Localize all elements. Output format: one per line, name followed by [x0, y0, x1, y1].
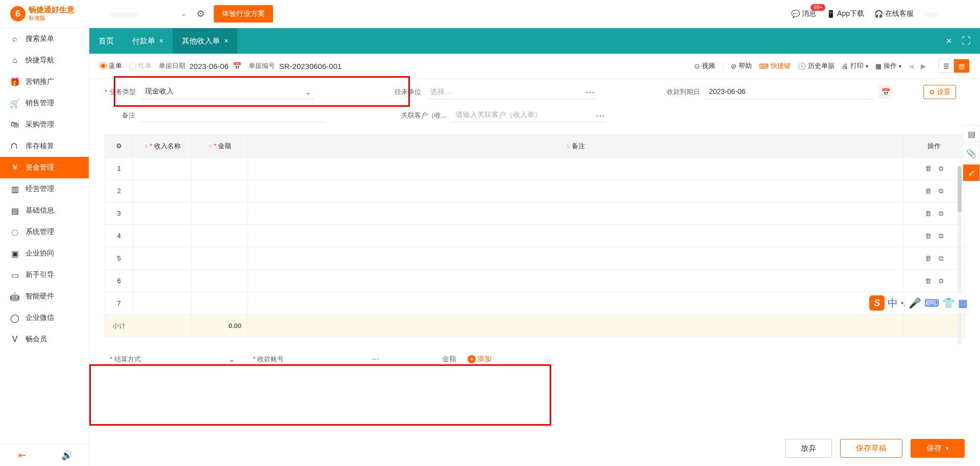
shortcut-button[interactable]: ⌨快捷键: [759, 61, 791, 71]
sidebar-collapse-button[interactable]: ⇤: [0, 445, 44, 466]
amount-input[interactable]: [393, 353, 459, 365]
print-button[interactable]: 🖨打印▾: [842, 61, 868, 71]
org-dropdown[interactable]: ———— ⌄: [110, 10, 186, 18]
col-amount[interactable]: ⇅金额: [192, 135, 248, 157]
sidebar-item-purchase[interactable]: 🛍采购管理: [0, 114, 89, 135]
ime-punct-icon[interactable]: •,: [901, 299, 905, 307]
history-button[interactable]: 🕓历史单据: [798, 61, 835, 71]
copy-icon[interactable]: ⧉: [939, 277, 943, 285]
sidebar-item-inventory[interactable]: ⛫库存核算: [0, 135, 89, 157]
messages-link[interactable]: 💬 消息 99+: [791, 9, 816, 18]
table-row[interactable]: 4 🗑 ⧉: [105, 225, 965, 247]
experience-plan-button[interactable]: 体验行业方案: [214, 5, 273, 22]
save-button[interactable]: 保存▾: [911, 439, 965, 458]
ime-skin-icon[interactable]: 👕: [942, 297, 955, 309]
sidebar-item-guide[interactable]: ▭新手引导: [0, 264, 89, 286]
setting-button[interactable]: ⚙设置: [923, 85, 956, 99]
copy-icon[interactable]: ⧉: [939, 209, 943, 218]
close-icon[interactable]: ×: [159, 37, 163, 45]
side-expand-button[interactable]: ⤢: [963, 164, 980, 181]
cell-amount[interactable]: [192, 157, 248, 180]
cell-amount[interactable]: [192, 225, 248, 247]
more-icon[interactable]: ⋯: [585, 86, 596, 98]
cell-remark[interactable]: [248, 202, 903, 225]
cell-remark[interactable]: [248, 180, 903, 202]
cell-remark[interactable]: [248, 292, 903, 315]
online-service-link[interactable]: 🎧 在线客服: [874, 9, 914, 18]
party-input[interactable]: [426, 85, 595, 99]
table-row[interactable]: 6 🗑 ⧉: [105, 270, 965, 292]
ime-toolbox-icon[interactable]: ▦: [958, 297, 968, 309]
cell-remark[interactable]: [248, 270, 903, 292]
add-payment-button[interactable]: +添加: [468, 355, 492, 364]
table-row[interactable]: 3 🗑 ⧉: [105, 202, 965, 225]
bill-date-value[interactable]: 2023-06-06: [189, 62, 229, 71]
ime-mic-icon[interactable]: 🎤: [909, 297, 921, 309]
calendar-icon[interactable]: 📅: [878, 85, 893, 99]
form-view-toggle[interactable]: ▤: [954, 59, 969, 73]
cell-amount[interactable]: [192, 247, 248, 270]
save-draft-button[interactable]: 保存草稿: [840, 439, 902, 458]
radio-red-bill[interactable]: 红单: [129, 61, 152, 71]
more-icon[interactable]: ⋯: [596, 110, 606, 121]
next-button[interactable]: ▶: [921, 62, 926, 70]
cell-income-name[interactable]: [133, 157, 192, 180]
table-row[interactable]: 7 🗑 ⧉: [105, 292, 965, 315]
cell-income-name[interactable]: [133, 292, 192, 315]
tabs-fullscreen-button[interactable]: ⛶: [958, 32, 975, 50]
delete-icon[interactable]: 🗑: [925, 187, 932, 195]
video-button[interactable]: ⊙视频: [694, 61, 715, 71]
sidebar-item-quicknav[interactable]: ⌂快捷导航: [0, 50, 89, 71]
tab-payment[interactable]: 付款单×: [123, 28, 173, 54]
help-button[interactable]: ⊘帮助: [731, 61, 752, 71]
copy-icon[interactable]: ⧉: [939, 187, 943, 195]
sidebar-item-sales[interactable]: 🛒销售管理: [0, 92, 89, 114]
chevron-down-icon[interactable]: ⌄: [305, 88, 311, 96]
cell-income-name[interactable]: [133, 247, 192, 270]
operate-button[interactable]: ▦操作▾: [875, 61, 901, 71]
cell-income-name[interactable]: [133, 202, 192, 225]
copy-icon[interactable]: ⧉: [939, 232, 943, 240]
prev-button[interactable]: ◀: [909, 62, 914, 70]
cell-amount[interactable]: [192, 270, 248, 292]
cell-remark[interactable]: [248, 157, 903, 180]
sidebar-item-system[interactable]: ◌系统管理: [0, 221, 89, 243]
sidebar-item-baseinfo[interactable]: ▤基础信息: [0, 200, 89, 221]
tab-other-income[interactable]: 其他收入单×: [173, 28, 237, 54]
copy-icon[interactable]: ⧉: [939, 165, 943, 173]
related-customer-input[interactable]: [452, 108, 605, 122]
app-download-link[interactable]: 📱 App下载: [826, 9, 864, 18]
side-attach-button[interactable]: 📎: [963, 145, 980, 162]
table-config-header[interactable]: ⚙: [105, 135, 133, 157]
cell-remark[interactable]: [248, 247, 903, 270]
settings-icon[interactable]: ⚙: [197, 8, 205, 19]
more-icon[interactable]: ⋯: [372, 355, 380, 363]
sidebar-item-collab[interactable]: ▣企业协同: [0, 243, 89, 264]
calendar-icon[interactable]: 📅: [233, 62, 241, 70]
discard-button[interactable]: 放弃: [785, 439, 832, 458]
side-note-button[interactable]: ▤: [963, 125, 980, 143]
col-remark[interactable]: ⇅备注: [248, 135, 903, 157]
ime-toolbar[interactable]: S 中 •, 🎤 ⌨ 👕 ▦: [867, 293, 970, 313]
cell-income-name[interactable]: [133, 225, 192, 247]
settle-method-input[interactable]: [149, 353, 220, 365]
col-income-name[interactable]: ⇅收入名称: [133, 135, 192, 157]
delete-icon[interactable]: 🗑: [925, 254, 932, 263]
list-view-toggle[interactable]: ☰: [939, 59, 954, 73]
sidebar-item-member[interactable]: V畅会员: [0, 329, 89, 350]
scrollbar[interactable]: [958, 166, 962, 345]
sidebar-item-operation[interactable]: ▥经营管理: [0, 178, 89, 200]
cell-remark[interactable]: [248, 225, 903, 247]
sidebar-item-wechat[interactable]: ◯企业微信: [0, 307, 89, 329]
ime-keyboard-icon[interactable]: ⌨: [924, 297, 939, 309]
due-date-input[interactable]: [705, 85, 873, 99]
tab-home[interactable]: 首页: [89, 28, 123, 54]
cell-amount[interactable]: [192, 292, 248, 315]
scrollbar-thumb[interactable]: [958, 166, 962, 212]
delete-icon[interactable]: 🗑: [925, 209, 932, 218]
tabs-close-button[interactable]: ×: [940, 32, 958, 50]
copy-icon[interactable]: ⧉: [939, 254, 943, 263]
delete-icon[interactable]: 🗑: [925, 165, 932, 173]
radio-blue-bill[interactable]: 蓝单: [100, 61, 122, 71]
sidebar-item-finance[interactable]: ￥资金管理: [0, 157, 89, 178]
